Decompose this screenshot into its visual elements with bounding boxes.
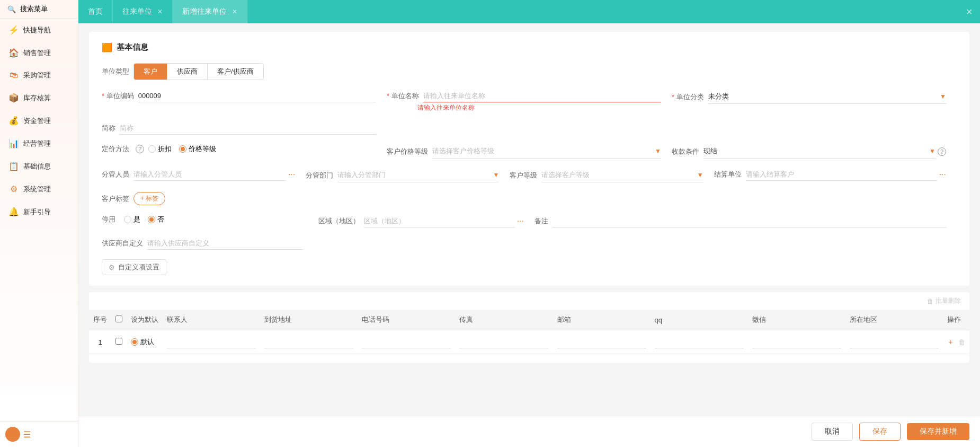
department-placeholder: 请输入分管部门 <box>337 170 491 180</box>
customer-tags-row: 客户标签 + 标签 <box>102 192 957 205</box>
th-checkbox <box>111 310 127 330</box>
batch-delete-icon: 🗑 <box>927 297 933 305</box>
tab-partner[interactable]: 往来单位 ✕ <box>113 0 173 23</box>
batch-delete-button[interactable]: 🗑 批量删除 <box>927 296 961 305</box>
email-input[interactable] <box>557 336 646 348</box>
supplier-custom-input[interactable] <box>147 237 303 250</box>
area-input[interactable] <box>850 336 939 348</box>
pricing-row: 定价方法 ? 折扣 价格等级 <box>102 144 957 159</box>
unit-type-customer-btn[interactable]: 客户 <box>134 64 167 80</box>
tab-home[interactable]: 首页 <box>78 0 113 23</box>
default-radio-item[interactable]: 默认 <box>131 337 158 347</box>
payment-terms-select[interactable]: 现结 ▼ <box>703 144 936 159</box>
region-input[interactable] <box>364 215 515 227</box>
table-row: 1 默认 <box>89 330 969 354</box>
pricing-level-radio[interactable] <box>179 145 186 153</box>
sidebar-item-finance[interactable]: 💰 资金管理 <box>0 109 78 132</box>
supplier-custom-field: 供应商自定义 <box>102 237 314 250</box>
phone-input[interactable] <box>362 336 451 348</box>
abbreviation-label: 简称 <box>102 124 115 133</box>
payment-terms-field: 收款条件 现结 ▼ ? <box>672 144 957 159</box>
pricing-method-label: 定价方法 <box>102 144 129 154</box>
sidebar-item-quick-nav[interactable]: ⚡ 快捷导航 <box>0 19 78 41</box>
pricing-method-help[interactable]: ? <box>136 145 144 153</box>
tab-partner-close[interactable]: ✕ <box>157 8 163 15</box>
contact-input[interactable] <box>167 336 256 348</box>
manager-more-icon[interactable]: ··· <box>288 170 295 179</box>
pricing-level-option[interactable]: 价格等级 <box>179 144 216 154</box>
sidebar-item-guide[interactable]: 🔔 新手引导 <box>0 200 78 223</box>
sidebar-item-label: 搜索菜单 <box>20 4 48 14</box>
row-checkbox[interactable] <box>115 338 122 345</box>
unit-type-supplier-btn[interactable]: 供应商 <box>167 64 208 80</box>
page-content: 🟧 基本信息 单位类型 客户 供应商 客户/供应商 单位编码 <box>78 23 980 416</box>
unit-name-input[interactable] <box>423 90 661 102</box>
select-all-checkbox[interactable] <box>115 315 122 322</box>
unit-name-field: 单位名称 请输入往来单位名称 <box>387 90 672 112</box>
qq-input[interactable] <box>655 336 744 348</box>
user-avatar <box>5 427 20 442</box>
custom-settings-label: 自定义项设置 <box>118 262 159 272</box>
save-new-button[interactable]: 保存并新增 <box>907 423 969 440</box>
sidebar-item-purchase[interactable]: 🛍 采购管理 <box>0 64 78 86</box>
settlement-more-icon[interactable]: ··· <box>939 170 946 179</box>
sidebar-item-sales[interactable]: 🏠 销售管理 <box>0 41 78 64</box>
wechat-input[interactable] <box>752 336 841 348</box>
sidebar-item-operations[interactable]: 📊 经营管理 <box>0 132 78 155</box>
payment-help-icon[interactable]: ? <box>938 147 946 156</box>
customer-level-select[interactable]: 请选择客户等级 ▼ <box>541 168 703 182</box>
disabled-region-row: 停用 是 否 <box>102 215 957 227</box>
unit-code-input[interactable] <box>138 90 376 102</box>
sidebar-item-inventory[interactable]: 📦 库存核算 <box>0 86 78 109</box>
unit-type-both-btn[interactable]: 客户/供应商 <box>208 64 263 80</box>
tab-new-partner-close[interactable]: ✕ <box>232 8 237 15</box>
disabled-yes-option[interactable]: 是 <box>124 215 140 224</box>
customer-level-label: 客户等级 <box>510 171 537 180</box>
disabled-no-radio[interactable] <box>148 216 155 223</box>
contacts-table-section: 🗑 批量删除 序号 设为默认 联系人 到货地址 电话号码 传真 <box>89 292 969 363</box>
th-area: 所在地区 <box>845 310 943 330</box>
default-radio[interactable] <box>131 338 138 346</box>
customer-price-level-select[interactable]: 请选择客户价格等级 ▼ <box>432 144 661 159</box>
settlement-unit-label: 结算单位 <box>714 170 742 179</box>
remark-input[interactable] <box>553 215 946 227</box>
custom-settings-button[interactable]: ⚙ 自定义项设置 <box>102 259 166 275</box>
close-all-tabs[interactable]: ✕ <box>958 7 980 17</box>
sidebar-item-system[interactable]: ⚙ 系统管理 <box>0 178 78 200</box>
cancel-button[interactable]: 取消 <box>812 423 853 441</box>
sidebar-item-search[interactable]: 🔍 搜索菜单 <box>0 0 78 19</box>
add-row-icon[interactable]: ＋ <box>947 337 954 347</box>
menu-bars-icon[interactable]: ☰ <box>23 430 31 440</box>
region-label: 区域（地区） <box>318 216 360 226</box>
tab-new-partner[interactable]: 新增往来单位 ✕ <box>173 0 247 23</box>
tab-partner-label: 往来单位 <box>122 7 152 16</box>
unit-category-select[interactable]: 未分类 ▼ <box>708 90 946 104</box>
th-phone: 电话号码 <box>358 310 455 330</box>
td-seq: 1 <box>89 330 111 354</box>
disabled-no-option[interactable]: 否 <box>148 215 164 224</box>
delete-row-icon[interactable]: 🗑 <box>958 338 965 346</box>
address-input[interactable] <box>264 336 353 348</box>
manager-input[interactable] <box>133 168 286 181</box>
pricing-discount-radio[interactable] <box>148 145 156 153</box>
department-select[interactable]: 请输入分管部门 ▼ <box>337 168 499 182</box>
add-tag-button[interactable]: + 标签 <box>133 192 165 205</box>
disabled-yes-radio[interactable] <box>124 216 131 223</box>
remark-field: 备注 <box>534 215 957 227</box>
abbreviation-input[interactable] <box>120 122 376 135</box>
customer-tag-label: 客户标签 <box>102 194 129 204</box>
manager-row: 分管人员 ··· 分管部门 请输入分管部门 ▼ 客户等级 请选择客户 <box>102 168 957 182</box>
sidebar-item-base[interactable]: 📋 基础信息 <box>0 155 78 178</box>
settlement-unit-input[interactable] <box>746 168 937 181</box>
region-field: 区域（地区） ··· <box>318 215 535 227</box>
pricing-discount-option[interactable]: 折扣 <box>148 144 172 154</box>
td-checkbox <box>111 330 127 354</box>
sidebar-item-label: 系统管理 <box>23 185 51 194</box>
fax-input[interactable] <box>459 336 548 348</box>
region-more-icon[interactable]: ··· <box>517 217 524 225</box>
td-contact <box>163 330 260 354</box>
purchase-icon: 🛍 <box>8 71 19 80</box>
save-button[interactable]: 保存 <box>859 423 901 441</box>
unit-code-field: 单位编码 <box>102 90 387 102</box>
main-area: 首页 往来单位 ✕ 新增往来单位 ✕ ✕ 🟧 基本信息 单位类型 <box>78 0 980 447</box>
